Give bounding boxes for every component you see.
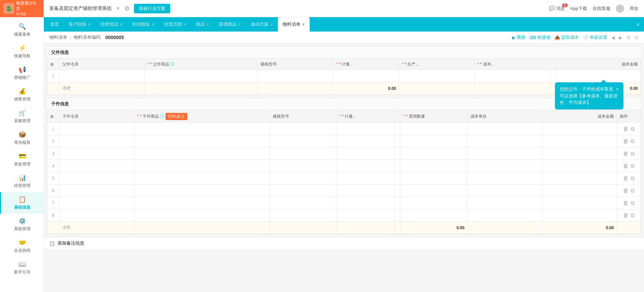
tab-new-goods[interactable]: 新增商品 ✕ bbox=[214, 17, 246, 32]
child-price-cell[interactable] bbox=[468, 160, 542, 172]
more-btn[interactable]: ⊡ bbox=[635, 35, 639, 40]
child-amount-cell[interactable] bbox=[542, 135, 617, 148]
sidebar-item-purchase[interactable]: 🛒 采购管理 bbox=[0, 106, 44, 127]
sidebar-item-search[interactable]: 🔍 搜索菜单 bbox=[0, 19, 44, 41]
child-spec-cell[interactable] bbox=[270, 209, 336, 222]
settings-icon[interactable]: ⚙ bbox=[124, 5, 130, 12]
child-warehouse-cell[interactable] bbox=[60, 185, 134, 197]
child-price-cell[interactable] bbox=[468, 172, 542, 185]
child-product-cell[interactable] bbox=[134, 123, 270, 135]
parent-production-cell[interactable] bbox=[399, 70, 474, 82]
tab-customer[interactable]: 客户联络 ✕ bbox=[64, 17, 96, 32]
video-btn[interactable]: ▶ 视频 bbox=[512, 34, 525, 40]
copy-icon[interactable]: ⧉ bbox=[631, 200, 634, 206]
single-setting-btn[interactable]: 📄 单据设置 bbox=[583, 34, 607, 40]
sidebar-item-enterprise[interactable]: 🤝 企业协同 bbox=[0, 235, 44, 257]
child-price-cell[interactable] bbox=[468, 135, 542, 148]
parent-warehouse-cell[interactable] bbox=[60, 70, 145, 82]
child-qty-cell[interactable] bbox=[400, 160, 467, 172]
delete-icon[interactable]: 🗑 bbox=[623, 188, 629, 194]
child-unit-cell[interactable] bbox=[336, 135, 395, 148]
child-unit-cell[interactable] bbox=[336, 160, 395, 172]
copy-icon[interactable]: ⧉ bbox=[631, 126, 634, 132]
child-unit-cell[interactable] bbox=[336, 172, 395, 185]
parent-unit-cell[interactable] bbox=[333, 70, 399, 82]
tab-history[interactable]: 经营历程 ✕ bbox=[159, 17, 191, 32]
scan-btn[interactable]: 扫码录入 bbox=[165, 113, 187, 120]
delete-icon[interactable]: 🗑 bbox=[623, 126, 629, 132]
close-all-tabs-btn[interactable]: ✕ bbox=[633, 22, 643, 27]
delete-icon[interactable]: 🗑 bbox=[623, 212, 629, 219]
child-amount-cell[interactable] bbox=[542, 185, 617, 197]
child-qty-cell[interactable] bbox=[400, 209, 467, 222]
sidebar-item-sales[interactable]: 💰 销售管理 bbox=[0, 84, 44, 106]
close-icon[interactable]: ✕ bbox=[238, 22, 241, 27]
parent-product-cell[interactable] bbox=[144, 70, 257, 82]
parent-amount-cell[interactable] bbox=[556, 70, 641, 82]
close-icon[interactable]: ✕ bbox=[151, 22, 154, 27]
child-unit-cell[interactable] bbox=[336, 209, 395, 222]
child-amount-cell[interactable] bbox=[542, 123, 617, 135]
nav-next-btn[interactable]: ▶ bbox=[619, 35, 622, 40]
online-service-btn[interactable]: 在线客服 bbox=[593, 5, 610, 12]
child-unit-cell[interactable] bbox=[336, 197, 395, 209]
child-price-cell[interactable] bbox=[468, 197, 542, 209]
tab-operations-status[interactable]: 经营情况 ✕ bbox=[96, 17, 127, 32]
tab-profit[interactable]: 利润报告 ✕ bbox=[127, 17, 159, 32]
nav-prev-btn[interactable]: ◀ bbox=[611, 35, 615, 40]
note-label[interactable]: 添加备注信息 bbox=[58, 240, 84, 246]
sidebar-item-guide[interactable]: 📖 新手引导 bbox=[0, 257, 44, 279]
child-col-settings[interactable]: ⚙ bbox=[47, 110, 60, 123]
delete-icon[interactable]: 🗑 bbox=[623, 200, 629, 206]
child-price-cell[interactable] bbox=[468, 209, 542, 222]
copy-icon[interactable]: ⧉ bbox=[631, 151, 634, 157]
child-warehouse-cell[interactable] bbox=[60, 148, 134, 160]
child-qty-cell[interactable] bbox=[400, 148, 467, 160]
dropdown-arrow-icon[interactable]: ▼ bbox=[116, 6, 120, 11]
sidebar-item-inventory[interactable]: 📦 库存核算 bbox=[0, 127, 44, 149]
copy-icon[interactable]: ⧉ bbox=[631, 163, 634, 169]
child-price-cell[interactable] bbox=[468, 185, 542, 197]
close-icon[interactable]: ✕ bbox=[120, 22, 123, 27]
child-spec-cell[interactable] bbox=[270, 123, 336, 135]
child-warehouse-cell[interactable] bbox=[60, 209, 134, 222]
delete-icon[interactable]: 🗑 bbox=[623, 163, 629, 169]
child-amount-cell[interactable] bbox=[542, 197, 617, 209]
tab-home[interactable]: 首页 bbox=[45, 17, 64, 32]
grid-view-btn[interactable]: ☰ bbox=[627, 35, 631, 40]
child-price-cell[interactable] bbox=[468, 123, 542, 135]
delete-icon[interactable]: 🗑 bbox=[623, 138, 629, 144]
child-product-cell[interactable] bbox=[134, 135, 270, 148]
sidebar-item-marketing[interactable]: 📢 营销推广 bbox=[0, 62, 44, 84]
child-amount-cell[interactable] bbox=[542, 148, 617, 160]
child-warehouse-cell[interactable] bbox=[60, 123, 134, 135]
extract-cost-btn[interactable]: 📥 提取成本 bbox=[555, 34, 579, 40]
child-product-cell[interactable] bbox=[134, 185, 270, 197]
child-unit-cell[interactable] bbox=[336, 185, 395, 197]
child-spec-cell[interactable] bbox=[270, 172, 336, 185]
child-spec-cell[interactable] bbox=[270, 135, 336, 148]
shortcut-btn[interactable]: ⌨ 快捷键 bbox=[530, 34, 550, 40]
tooltip-close-btn[interactable]: × bbox=[616, 86, 619, 93]
sidebar-item-operations[interactable]: 📊 经营管理 bbox=[0, 171, 44, 192]
child-price-cell[interactable] bbox=[468, 148, 542, 160]
delete-icon[interactable]: 🗑 bbox=[623, 151, 629, 157]
child-qty-cell[interactable] bbox=[400, 185, 467, 197]
sidebar-item-basic[interactable]: 📋 基础信息 bbox=[0, 192, 44, 214]
child-amount-cell[interactable] bbox=[542, 160, 617, 172]
parent-spec-cell[interactable] bbox=[258, 70, 333, 82]
child-spec-cell[interactable] bbox=[270, 148, 336, 160]
child-product-cell[interactable] bbox=[134, 172, 270, 185]
child-unit-cell[interactable] bbox=[336, 123, 395, 135]
child-product-cell[interactable] bbox=[134, 197, 270, 209]
child-qty-cell[interactable] bbox=[400, 135, 467, 148]
child-unit-cell[interactable] bbox=[336, 148, 395, 160]
tab-barcode[interactable]: 条码方案 ✕ bbox=[246, 17, 278, 32]
child-qty-cell[interactable] bbox=[400, 123, 467, 135]
copy-icon[interactable]: ⧉ bbox=[631, 175, 634, 182]
child-warehouse-cell[interactable] bbox=[60, 135, 134, 148]
close-icon[interactable]: ✕ bbox=[270, 22, 273, 27]
close-icon[interactable]: ✕ bbox=[302, 22, 305, 27]
sidebar-item-finance[interactable]: 💳 资金管理 bbox=[0, 149, 44, 171]
parent-cost-cell[interactable] bbox=[474, 70, 550, 82]
